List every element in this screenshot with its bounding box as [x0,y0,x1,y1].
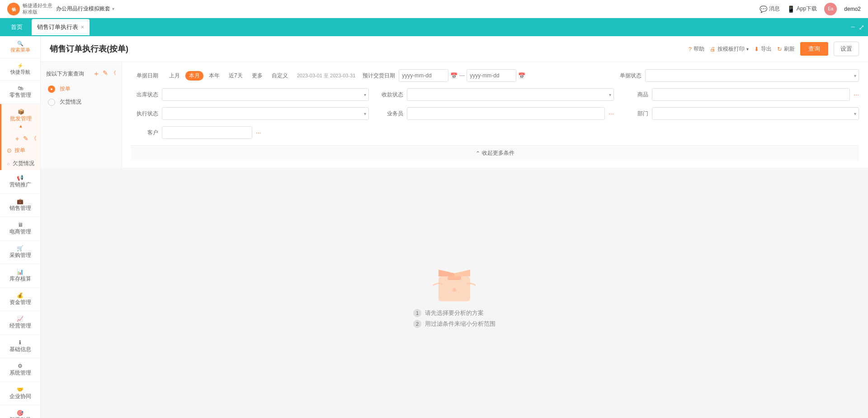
step-2-text: 用过滤条件来缩小分析范围 [425,320,495,328]
filter-group-execution: 执行状态 [131,107,369,120]
filter-group-predicted-date: 预计交货日期 📅 — 📅 [363,69,607,82]
tab-minimize-icon[interactable]: − [851,23,855,31]
customer-input[interactable] [162,126,252,139]
date-tab-7days[interactable]: 近7天 [225,71,246,81]
print-button[interactable]: 🖨 按模板打印 ▾ [710,45,749,53]
filter-plan-按单-label: 按单 [60,85,71,93]
company-selector[interactable]: 办公用品行业模拟账套 ▾ [56,5,114,13]
message-action[interactable]: 💬 消息 [760,5,780,13]
export-button[interactable]: ⬇ 导出 [754,45,772,53]
logo-icon: 畅 [7,3,20,15]
goods-ellipsis-icon[interactable]: ··· [854,91,859,98]
sidebar-collapse-icon[interactable]: 《 [31,135,37,143]
tab-sales-order-execution[interactable]: 销售订单执行表 × [32,19,90,35]
filter-option-欠货情况[interactable]: ○ 欠货情况 [1,157,40,170]
quick-nav-icon: ⚡ [2,63,38,69]
empty-illustration [427,258,481,304]
filter-group-customer: 客户 ··· [131,126,371,139]
predicted-date-end-input[interactable] [467,69,516,82]
goods-input[interactable] [652,88,850,101]
empty-box-svg [429,261,479,304]
receipt-label: 收款状态 [376,91,403,99]
outbound-select[interactable] [162,88,369,101]
query-button[interactable]: 查询 [800,42,828,56]
purchase-icon: 🛒 [2,245,38,252]
tab-close-icon[interactable]: × [81,24,84,30]
calendar-start-icon[interactable]: 📅 [450,72,458,79]
calendar-end-icon[interactable]: 📅 [518,72,525,79]
salesperson-ellipsis-icon[interactable]: ··· [609,110,614,117]
date-tab-custom[interactable]: 自定义 [268,71,292,81]
salesperson-input[interactable] [407,107,605,120]
sidebar-item-sales[interactable]: 💼 销售管理 [0,194,40,217]
filter-date-tabs: 上月 本月 本年 近7天 更多 自定义 [165,71,292,81]
svg-point-4 [453,288,456,292]
execution-label: 执行状态 [131,110,158,118]
filter-option-按单[interactable]: ⊙ 按单 [1,144,40,157]
sidebar-item-marketing[interactable]: 📢 营销推广 [0,170,40,194]
filter-group-goods: 商品 ··· [621,88,859,101]
date-tab-last-month[interactable]: 上月 [165,71,184,81]
empty-step-1: 1 请先选择要分析的方案 [413,309,495,317]
sidebar-item-ecommerce[interactable]: 🖥 电商管理 [0,217,40,241]
app-download-action[interactable]: 📱 App下载 [787,5,817,13]
sidebar-item-retail[interactable]: 🛍 零售管理 [0,81,40,104]
sidebar-item-operations[interactable]: 📈 经营管理 [0,311,40,335]
date-tab-this-year[interactable]: 本年 [205,71,223,81]
logo-text: 畅捷通好生意 标准版 [23,3,52,14]
settings-button[interactable]: 设置 [834,42,859,56]
filter-form: 单据日期 上月 本月 本年 近7天 更多 自定义 2023-03-01 至 20… [122,62,868,168]
execution-select[interactable] [162,107,369,120]
department-select[interactable] [652,107,859,120]
sidebar-item-finance[interactable]: 💰 资金管理 [0,288,40,311]
sidebar-item-system[interactable]: ⚙ 系统管理 [0,358,40,382]
customer-ellipsis-icon[interactable]: ··· [256,129,261,136]
sidebar-item-cooperation[interactable]: 🤝 企业协同 [0,382,40,405]
empty-step-2: 2 用过滤条件来缩小分析范围 [413,320,495,328]
ecommerce-icon: 🖥 [2,222,38,228]
sidebar-add-icon[interactable]: ＋ [14,135,20,143]
tab-home[interactable]: 首页 [4,18,30,36]
sidebar-item-inventory[interactable]: 📊 库存核算 [0,264,40,288]
filter-group-receipt: 收款状态 [376,88,614,101]
help-button[interactable]: ? 帮助 [689,45,704,53]
filter-plan-按单[interactable]: ● 按单 [41,82,122,95]
page-header: 销售订单执行表(按单) ? 帮助 🖨 按模板打印 ▾ ⬇ 导出 ↻ 刷新 [41,36,868,62]
message-icon: 💬 [760,5,767,13]
collapse-icon: ⌃ [476,150,480,157]
receipt-select[interactable] [407,88,614,101]
refresh-button[interactable]: ↻ 刷新 [777,45,795,53]
filter-collapse-sidebar-icon[interactable]: 《 [111,69,116,79]
step-1-text: 请先选择要分析的方案 [425,309,484,317]
user-name[interactable]: demo2 [844,6,861,12]
sidebar-item-basic[interactable]: ℹ 基础信息 [0,335,40,358]
sidebar-edit-icon[interactable]: ✎ [23,135,28,143]
sidebar-item-purchase[interactable]: 🛒 采购管理 [0,241,40,264]
content-area: 销售订单执行表(按单) ? 帮助 🖨 按模板打印 ▾ ⬇ 导出 ↻ 刷新 [41,36,868,418]
sidebar-item-newbie[interactable]: 🎯 新手引导 [0,405,40,418]
sidebar-item-quick-nav[interactable]: ⚡ 快捷导航 [0,58,40,81]
filter-add-icon[interactable]: ＋ [93,69,100,79]
sidebar-item-wholesale[interactable]: 📦 批发管理 ▲ [1,104,40,134]
date-tab-this-month[interactable]: 本月 [185,71,203,81]
user-avatar[interactable]: Ea [824,3,837,15]
department-label: 部门 [621,110,648,118]
status-select[interactable] [645,69,859,82]
filter-plan-active-icon: ● [48,86,55,93]
predicted-date-start-input[interactable] [399,69,448,82]
filter-edit-icon[interactable]: ✎ [103,69,108,79]
main-layout: 🔍 搜索菜单 ⚡ 快捷导航 🛍 零售管理 📦 批发管理 ▲ ＋ ✎ 《 [0,36,868,418]
filter-plan-欠货情况-label: 欠货情况 [60,98,81,106]
tab-expand-icon[interactable]: ⤢ [859,23,864,32]
sidebar-item-search[interactable]: 🔍 搜索菜单 [0,36,40,58]
print-icon: 🖨 [710,46,716,52]
filter-plan-欠货情况[interactable]: 欠货情况 [41,95,122,109]
page-title: 销售订单执行表(按单) [50,43,128,54]
outbound-label: 出库状态 [131,91,158,99]
date-tab-more[interactable]: 更多 [248,71,266,81]
page-actions: ? 帮助 🖨 按模板打印 ▾ ⬇ 导出 ↻ 刷新 查询 设置 [689,42,859,56]
system-icon: ⚙ [2,363,38,369]
inventory-icon: 📊 [2,269,38,275]
filter-sidebar-header: ＋ ✎ 《 [1,134,40,144]
collapse-button[interactable]: ⌃ 收起更多条件 [131,145,859,161]
